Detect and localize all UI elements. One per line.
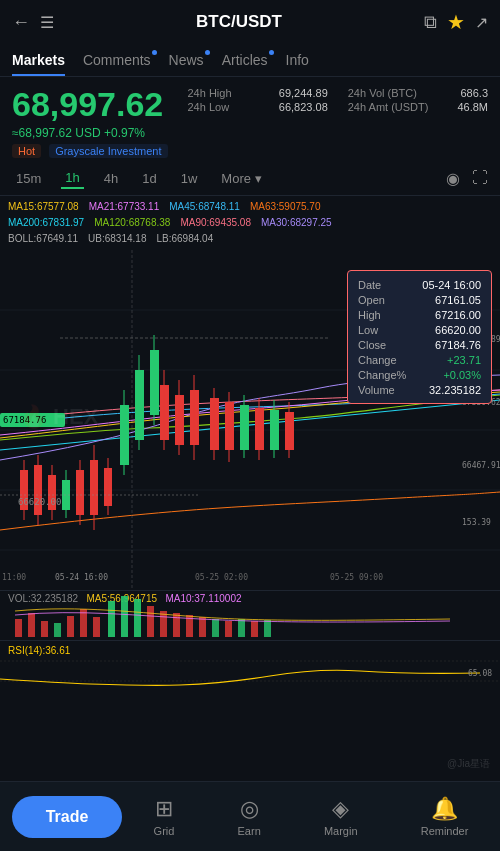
tooltip-date: Date 05-24 16:00	[358, 277, 481, 292]
nav-reminder[interactable]: 🔔 Reminder	[421, 796, 469, 837]
nav-margin[interactable]: ◈ Margin	[324, 796, 358, 837]
nav-grid[interactable]: ⊞ Grid	[154, 796, 175, 837]
svg-rect-64	[108, 601, 115, 637]
reminder-icon: 🔔	[431, 796, 458, 822]
chart-tooltip: Date 05-24 16:00 Open 67161.05 High 6721…	[347, 270, 492, 404]
svg-text:65.08: 65.08	[468, 669, 492, 678]
watermark: @Jia星语	[447, 757, 490, 771]
ma90-label: MA90:69435.08	[180, 215, 251, 231]
tab-info[interactable]: Info	[286, 48, 309, 72]
svg-rect-60	[54, 623, 61, 637]
timeframe-bar: 15m 1h 4h 1d 1w More ▾ ◉ ⛶	[0, 162, 500, 196]
tab-articles[interactable]: Articles	[222, 48, 268, 72]
svg-rect-72	[212, 619, 219, 637]
volume-chart	[0, 591, 500, 641]
ma30-label: MA30:68297.25	[261, 215, 332, 231]
24h-amt-row: 24h Amt (USDT) 46.8M	[348, 101, 488, 113]
rsi-section: RSI(14):36.61 65.08	[0, 640, 500, 700]
24h-low-row: 24h Low 66,823.08	[188, 101, 328, 113]
fullscreen-icon[interactable]: ⛶	[472, 169, 488, 188]
svg-rect-74	[238, 619, 245, 637]
tab-markets[interactable]: Markets	[12, 48, 65, 72]
svg-rect-63	[93, 617, 100, 637]
svg-rect-71	[199, 617, 206, 637]
price-sub: ≈68,997.62 USD +0.97%	[12, 126, 168, 140]
nav-items: ⊞ Grid ◎ Earn ◈ Margin 🔔 Reminder	[122, 796, 500, 837]
comments-dot	[152, 50, 157, 55]
svg-rect-73	[225, 621, 232, 637]
rsi-chart: 65.08	[0, 641, 500, 701]
ma45-label: MA45:68748.11	[169, 199, 240, 215]
ma15-label: MA15:67577.08	[8, 199, 79, 215]
svg-rect-75	[251, 621, 258, 637]
svg-text:11:00: 11:00	[2, 573, 26, 582]
tooltip-changepct: Change% +0.03%	[358, 367, 481, 382]
page-title: BTC/USDT	[64, 12, 414, 32]
nav-earn[interactable]: ◎ Earn	[238, 796, 261, 837]
hot-tag: Hot	[12, 144, 41, 158]
svg-rect-58	[28, 613, 35, 637]
hex-logo: 🔥 HEX	[20, 404, 98, 430]
svg-text:153.39: 153.39	[462, 518, 491, 527]
boll-label: BOLL:67649.11	[8, 231, 78, 247]
svg-text:66620.00: 66620.00	[18, 497, 61, 507]
price-section: 68,997.62 ≈68,997.62 USD +0.97% Hot Gray…	[0, 77, 500, 162]
tf-1h[interactable]: 1h	[61, 168, 83, 189]
trade-button[interactable]: Trade	[12, 796, 122, 838]
svg-text:05-25 02:00: 05-25 02:00	[195, 573, 248, 582]
svg-text:66467.91: 66467.91	[462, 461, 500, 470]
tab-comments[interactable]: Comments	[83, 48, 151, 72]
svg-rect-68	[160, 611, 167, 637]
svg-rect-66	[134, 599, 141, 637]
ub-label: UB:68314.18	[88, 231, 146, 247]
tf-4h[interactable]: 4h	[100, 169, 122, 188]
lb-label: LB:66984.04	[156, 231, 213, 247]
tf-more[interactable]: More ▾	[217, 169, 265, 188]
ma63-label: MA63:59075.70	[250, 199, 321, 215]
articles-dot	[269, 50, 274, 55]
tab-news[interactable]: News	[169, 48, 204, 72]
top-bar: ← ☰ BTC/USDT ⧉ ★ ↗	[0, 0, 500, 44]
24h-high-row: 24h High 69,244.89	[188, 87, 328, 99]
ma21-label: MA21:67733.11	[89, 199, 160, 215]
bottom-nav: Trade ⊞ Grid ◎ Earn ◈ Margin 🔔 Reminder	[0, 781, 500, 851]
tf-1w[interactable]: 1w	[177, 169, 202, 188]
svg-rect-76	[264, 620, 271, 637]
margin-icon: ◈	[332, 796, 349, 822]
grid-icon: ⊞	[155, 796, 173, 822]
news-dot	[205, 50, 210, 55]
back-icon[interactable]: ←	[12, 12, 30, 33]
price-main: 68,997.62	[12, 85, 168, 124]
grayscale-tag: Grayscale Investment	[49, 144, 167, 158]
ma200-label: MA200:67831.97	[8, 215, 84, 231]
svg-text:05-24 16:00: 05-24 16:00	[55, 573, 108, 582]
svg-rect-59	[41, 621, 48, 637]
ma120-label: MA120:68768.38	[94, 215, 170, 231]
chart-type-icon[interactable]: ◉	[446, 169, 460, 188]
ma-labels: MA15:67577.08 MA21:67733.11 MA45:68748.1…	[0, 196, 500, 250]
tooltip-volume: Volume 32.235182	[358, 382, 481, 397]
tf-15m[interactable]: 15m	[12, 169, 45, 188]
tooltip-change: Change +23.71	[358, 352, 481, 367]
volume-section: VOL:32.235182 MA5:56.964715 MA10:37.1100…	[0, 590, 500, 640]
share-icon[interactable]: ↗	[475, 13, 488, 32]
svg-rect-57	[15, 619, 22, 637]
tooltip-close: Close 67184.76	[358, 337, 481, 352]
tooltip-open: Open 67161.05	[358, 292, 481, 307]
earn-icon: ◎	[240, 796, 259, 822]
tf-1d[interactable]: 1d	[138, 169, 160, 188]
svg-text:05-25 09:00: 05-25 09:00	[330, 573, 383, 582]
svg-rect-61	[67, 616, 74, 637]
tooltip-low: Low 66620.00	[358, 322, 481, 337]
tab-bar: Markets Comments News Articles Info	[0, 44, 500, 77]
svg-rect-67	[147, 606, 154, 637]
star-icon[interactable]: ★	[447, 10, 465, 34]
chart-area[interactable]: 67184.76 66620.00 11:00 05-24 16:00 05-2…	[0, 250, 500, 590]
svg-rect-65	[121, 596, 128, 637]
24h-vol-row: 24h Vol (BTC) 686.3	[348, 87, 488, 99]
menu-icon[interactable]: ☰	[40, 13, 54, 32]
svg-rect-69	[173, 613, 180, 637]
copy-icon[interactable]: ⧉	[424, 12, 437, 33]
tooltip-high: High 67216.00	[358, 307, 481, 322]
